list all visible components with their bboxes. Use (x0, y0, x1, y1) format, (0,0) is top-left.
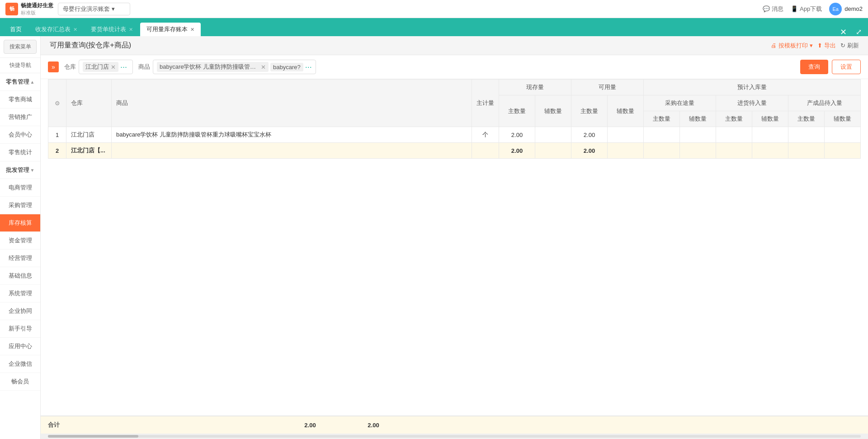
close-income-summary-icon[interactable]: ✕ (73, 27, 77, 33)
sidebar-item-label: 电商管理 (9, 184, 32, 192)
brand-name: 畅捷通好生意 标准版 (21, 2, 53, 16)
col-production-aux-header: 辅数量 (825, 111, 861, 127)
sidebar-item-finance[interactable]: 资金管理 (0, 232, 40, 250)
avatar: Ea (829, 3, 842, 15)
sidebar-item-label: 基础信息 (9, 272, 32, 280)
sidebar-item-member-center[interactable]: 会员中心 (0, 126, 40, 144)
expand-icon[interactable]: ⤢ (853, 28, 864, 36)
product-input[interactable]: babycare学饮杯 儿童防摔防撞吸管杯重力球吸嘴杯宝宝水杯 ✕ babyca… (153, 60, 316, 74)
table-footer: 合计 2.00 2.00 (41, 415, 868, 434)
sidebar-item-label: 营销推广 (9, 113, 32, 121)
top-bar: 畅 畅捷通好生意 标准版 母婴行业演示账套 ▾ 💬 消息 📱 App下载 Ea … (0, 0, 868, 18)
sidebar-item-label: 畅会员 (11, 378, 29, 386)
sidebar-item-label: 应用中心 (9, 342, 32, 350)
sidebar-item-label: 零售统计 (9, 148, 32, 156)
sidebar-item-vip-member[interactable]: 畅会员 (0, 373, 40, 391)
industry-selector[interactable]: 母婴行业演示账套 ▾ (58, 3, 130, 15)
col-incoming-group-header: 进货待入量 (716, 95, 788, 111)
row1-purchase-main (644, 127, 680, 143)
row2-purchase-aux (680, 143, 716, 159)
row2-purchase-main (644, 143, 680, 159)
row2-available-main: 2.00 (571, 143, 608, 159)
row1-no: 1 (48, 127, 66, 143)
filter-warehouse-group: 仓库 江北门店 ✕ ··· (64, 60, 133, 74)
tab-income-summary[interactable]: 收发存汇总表 ✕ (29, 23, 84, 36)
remove-warehouse-tag-btn[interactable]: ✕ (111, 64, 116, 71)
sidebar: 搜索菜单 快捷导航 零售管理 ▲ 零售商城 营销推广 会员中心 零售统计 批发管… (0, 36, 41, 439)
sidebar-item-new-guide[interactable]: 新手引导 (0, 320, 40, 338)
filter-product-group: 商品 babycare学饮杯 儿童防摔防撞吸管杯重力球吸嘴杯宝宝水杯 ✕ bab… (138, 60, 316, 74)
close-all-tabs-btn[interactable]: ✕ (836, 28, 850, 36)
sidebar-item-retail-stats[interactable]: 零售统计 (0, 144, 40, 161)
sidebar-item-purchase-mgmt[interactable]: 采购管理 (0, 197, 40, 214)
tab-requisition-stat[interactable]: 要货单统计表 ✕ (85, 23, 139, 36)
row2-warehouse: 江北门店【... (66, 143, 112, 159)
download-icon: 📱 (791, 5, 798, 12)
sidebar-item-ecommerce[interactable]: 电商管理 (0, 179, 40, 197)
sidebar-item-label: 会员中心 (9, 131, 32, 139)
sidebar-item-label: 零售商城 (9, 95, 32, 104)
row1-available-aux (608, 127, 644, 143)
sidebar-search-area: 搜索菜单 (0, 36, 40, 58)
warehouse-label: 仓库 (64, 63, 76, 71)
user-area[interactable]: Ea demo2 (829, 3, 863, 15)
col-production-main-header: 主数量 (788, 111, 825, 127)
row2-stock-aux (535, 143, 571, 159)
sidebar-item-enterprise-wechat[interactable]: 企业微信 (0, 355, 40, 373)
sidebar-quick-nav[interactable]: 快捷导航 (0, 58, 40, 73)
brand-icon: 畅 (5, 3, 18, 15)
chevron-icon: ▼ (30, 168, 35, 173)
product-tag-1: babycare学饮杯 儿童防摔防撞吸管杯重力球吸嘴杯宝宝水杯 ✕ (157, 62, 269, 72)
sidebar-item-operations[interactable]: 经营管理 (0, 250, 40, 267)
sidebar-item-app-center[interactable]: 应用中心 (0, 338, 40, 355)
close-requisition-stat-icon[interactable]: ✕ (129, 27, 133, 33)
scrollbar-thumb[interactable] (48, 435, 138, 438)
col-available-aux-header: 辅数量 (608, 95, 644, 127)
tab-home[interactable]: 首页 (4, 23, 28, 36)
col-available-group-header: 可用量 (571, 80, 644, 95)
row1-warehouse: 江北门店 (66, 127, 112, 143)
app-download-btn[interactable]: 📱 App下载 (791, 5, 822, 13)
user-name: demo2 (844, 5, 863, 12)
query-btn[interactable]: 查询 (800, 60, 828, 74)
filter-expand-btn[interactable]: » (48, 61, 59, 72)
product-more-btn[interactable]: ··· (305, 63, 312, 71)
sidebar-item-label: 企业协同 (9, 307, 32, 315)
bottom-scrollbar[interactable] (41, 434, 868, 439)
row1-stock-aux (535, 127, 571, 143)
remove-product-tag1-btn[interactable]: ✕ (261, 64, 266, 71)
sidebar-item-retail-mall[interactable]: 零售商城 (0, 91, 40, 109)
warehouse-tag: 江北门店 ✕ (83, 62, 118, 72)
refresh-btn[interactable]: ↻ 刷新 (840, 42, 859, 50)
sidebar-item-marketing[interactable]: 营销推广 (0, 109, 40, 126)
warehouse-more-btn[interactable]: ··· (120, 63, 127, 71)
col-product-header: 商品 (112, 80, 472, 127)
print-btn[interactable]: 🖨 按模板打印 ▾ (771, 42, 813, 50)
sidebar-item-system-mgmt[interactable]: 系统管理 (0, 285, 40, 302)
gear-icon[interactable]: ⚙ (55, 100, 60, 107)
sidebar-item-wholesale-mgmt[interactable]: 批发管理 ▼ (0, 161, 40, 179)
brand-logo: 畅 畅捷通好生意 标准版 (5, 2, 53, 16)
row1-incoming-main (716, 127, 752, 143)
sidebar-item-base-info[interactable]: 基础信息 (0, 267, 40, 285)
sidebar-item-retail-mgmt[interactable]: 零售管理 ▲ (0, 73, 40, 91)
sidebar-search-btn[interactable]: 搜索菜单 (4, 40, 37, 54)
tab-available-stock[interactable]: 可用量库存账本 ✕ (140, 23, 201, 36)
row1-incoming-aux (752, 127, 788, 143)
sidebar-item-inventory[interactable]: 库存核算 (0, 214, 40, 232)
col-planned-group-header: 预计入库量 (644, 80, 861, 95)
setting-btn[interactable]: 设置 (832, 60, 861, 74)
row1-stock-main: 2.00 (499, 127, 535, 143)
warehouse-input[interactable]: 江北门店 ✕ ··· (79, 60, 133, 74)
export-btn[interactable]: ⬆ 导出 (817, 42, 836, 50)
sidebar-item-enterprise-coop[interactable]: 企业协同 (0, 302, 40, 320)
sidebar-item-label: 系统管理 (9, 289, 32, 297)
sidebar-item-label: 零售管理 (6, 78, 29, 86)
message-btn[interactable]: 💬 消息 (763, 5, 783, 13)
message-icon: 💬 (763, 5, 770, 12)
col-warehouse-header: 仓库 (66, 80, 112, 127)
table-row: 2 江北门店【... 2.00 2.00 (48, 143, 861, 159)
close-available-stock-icon[interactable]: ✕ (190, 27, 194, 33)
product-tag-2: babycare? (270, 63, 303, 71)
row2-incoming-aux (752, 143, 788, 159)
